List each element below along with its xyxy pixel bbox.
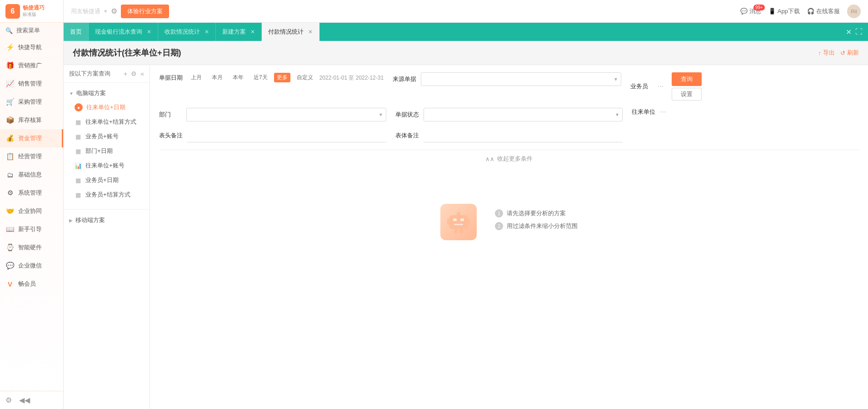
search-menu-item[interactable]: 🔍 搜索菜单 <box>0 23 63 38</box>
panel-item-dept-date[interactable]: ▦ 部门+日期 <box>64 144 150 158</box>
mobile-section-label: 移动端方案 <box>75 216 105 224</box>
brand-name: 用友畅捷通 <box>71 7 100 15</box>
settings-button[interactable]: 设置 <box>672 88 702 101</box>
body-note-input[interactable] <box>424 129 623 142</box>
sidebar-item-basic[interactable]: 🗂 基础信息 <box>0 166 63 184</box>
panel-item-salesman-account[interactable]: ▦ 业务员+账号 <box>64 129 150 144</box>
panel-add-icon[interactable]: + <box>124 70 127 77</box>
date-btn-this-year[interactable]: 本年 <box>229 72 247 83</box>
tab-close-all-icon[interactable]: ✕ <box>846 28 852 36</box>
export-icon: ↑ <box>818 50 822 56</box>
date-btn-last-month[interactable]: 上月 <box>187 72 205 83</box>
tab-expand-icon[interactable]: ⛶ <box>855 28 863 36</box>
sidebar-item-capital[interactable]: 💰 资金管理 <box>0 129 63 147</box>
panel-item-unit-date[interactable]: ● 往来单位+日期 <box>64 100 150 115</box>
date-btn-custom[interactable]: 自定义 <box>293 72 317 83</box>
hint-item-1: 1 请先选择要分析的方案 <box>495 209 578 217</box>
user-avatar[interactable]: Rit <box>847 5 861 18</box>
member-icon: V <box>5 279 15 288</box>
filter-row-3: 表头备注 表体备注 <box>159 129 859 142</box>
sidebar-item-quick-nav[interactable]: ⚡ 快捷导航 <box>0 38 63 56</box>
sidebar-item-member[interactable]: V 畅会员 <box>0 275 63 293</box>
query-button[interactable]: 查询 <box>672 72 702 86</box>
topbar-gear-icon[interactable]: ⚙ <box>111 7 117 15</box>
desktop-section-header[interactable]: ▼ 电脑端方案 <box>64 86 150 100</box>
tab-home[interactable]: 首页 <box>64 23 89 41</box>
unit-settle-label: 往来单位+结算方式 <box>85 118 136 126</box>
app-download-button[interactable]: 📱 App下载 <box>768 7 800 15</box>
receipts-tab-close-icon[interactable]: ✕ <box>205 29 209 35</box>
desktop-arrow-icon: ▼ <box>69 91 74 96</box>
panel-collapse-icon[interactable]: « <box>140 70 144 77</box>
dept-date-icon: ▦ <box>75 147 82 155</box>
search-icon: 🔍 <box>5 27 13 34</box>
marketing-icon: 🎁 <box>5 61 15 70</box>
collapse-filters-button[interactable]: ∧∧ 收起更多条件 <box>159 150 859 167</box>
date-btn-this-month[interactable]: 本月 <box>208 72 226 83</box>
svg-rect-6 <box>468 218 470 225</box>
source-voucher-arrow-icon: ▾ <box>614 76 617 82</box>
new-plan-tab-close-icon[interactable]: ✕ <box>250 29 255 35</box>
tabbar: 首页 现金银行流水查询 ✕ 收款情况统计 ✕ 新建方案 ✕ 付款情况统计 ✕ ✕… <box>64 23 868 41</box>
guide-icon: 📖 <box>5 225 15 234</box>
payments-tab-close-icon[interactable]: ✕ <box>308 29 313 35</box>
sidebar-item-enterprise[interactable]: 🤝 企业协同 <box>0 202 63 220</box>
dept-arrow-icon: ▾ <box>379 111 382 118</box>
sidebar-item-sales[interactable]: 📈 销售管理 <box>0 75 63 93</box>
tab-payments[interactable]: 付款情况统计 ✕ <box>262 23 319 41</box>
sidebar-item-purchase[interactable]: 🛒 采购管理 <box>0 93 63 111</box>
sidebar-bottom: ⚙ ◀◀ <box>0 391 63 409</box>
home-tab-label: 首页 <box>70 28 82 36</box>
hardware-label: 智能硬件 <box>18 243 42 252</box>
tab-new-plan[interactable]: 新建方案 ✕ <box>216 23 262 41</box>
date-btn-more[interactable]: 更多 <box>274 73 290 82</box>
basic-icon: 🗂 <box>5 170 15 179</box>
bank-tab-close-icon[interactable]: ✕ <box>147 29 151 35</box>
trial-button[interactable]: 体验行业方案 <box>121 5 169 18</box>
associated-unit-field: 往来单位 ··· <box>632 108 859 116</box>
header-note-label: 表头备注 <box>159 131 183 140</box>
panel-item-salesman-date[interactable]: ▦ 业务员+日期 <box>64 173 150 187</box>
mobile-section-header[interactable]: ▶ 移动端方案 <box>64 213 150 227</box>
inventory-icon: 📦 <box>5 116 15 125</box>
refresh-label: 刷新 <box>847 49 859 57</box>
sidebar-item-system[interactable]: ⚙ 系统管理 <box>0 184 63 202</box>
refresh-button[interactable]: ↺ 刷新 <box>840 49 859 57</box>
dept-field: 部门 ▾ <box>159 108 386 121</box>
panel-settings-icon[interactable]: ⚙ <box>131 70 137 77</box>
unit-account-icon: 📊 <box>75 162 82 169</box>
panel-item-salesman-settle[interactable]: ▦ 业务员+结算方式 <box>64 187 150 202</box>
panel-item-unit-account[interactable]: 📊 往来单位+账号 <box>64 158 150 173</box>
source-voucher-select[interactable]: ▾ <box>421 72 621 86</box>
hardware-icon: ⌚ <box>5 243 15 252</box>
tab-bank[interactable]: 现金银行流水查询 ✕ <box>89 23 158 41</box>
settings-bottom-icon[interactable]: ⚙ <box>5 396 12 404</box>
voucher-status-select[interactable]: ▾ <box>424 108 623 121</box>
sidebar-item-guide[interactable]: 📖 新手引导 <box>0 220 63 238</box>
guide-label: 新手引导 <box>18 225 42 233</box>
dept-label: 部门 <box>159 111 182 119</box>
source-voucher-field: 来源单据 ▾ <box>393 72 621 86</box>
basic-label: 基础信息 <box>18 171 42 179</box>
refresh-icon: ↺ <box>840 50 845 56</box>
filter-row-2: 部门 ▾ 单据状态 ▾ 往来单位 ··· <box>159 108 859 121</box>
salesman-account-icon: ▦ <box>75 133 82 140</box>
dept-select[interactable]: ▾ <box>186 108 386 121</box>
collapse-sidebar-icon[interactable]: ◀◀ <box>19 396 30 404</box>
panel-item-unit-settle[interactable]: ▦ 往来单位+结算方式 <box>64 115 150 129</box>
sidebar-item-operations[interactable]: 📋 经营管理 <box>0 147 63 166</box>
date-btn-7days[interactable]: 近7天 <box>250 72 271 83</box>
sidebar-item-marketing[interactable]: 🎁 营销推广 <box>0 56 63 75</box>
online-service-button[interactable]: 🎧 在线客服 <box>807 7 840 15</box>
empty-hint: 1 请先选择要分析的方案 2 用过滤条件来缩小分析范围 <box>495 209 578 235</box>
messages-button[interactable]: 💬 消息 99+ <box>740 7 761 15</box>
svg-rect-7 <box>454 229 458 233</box>
sidebar-item-hardware[interactable]: ⌚ 智能硬件 <box>0 238 63 257</box>
sidebar-item-wechat[interactable]: 💬 企业微信 <box>0 257 63 275</box>
sidebar-item-inventory[interactable]: 📦 库存核算 <box>0 111 63 129</box>
quick-nav-icon: ⚡ <box>5 43 15 52</box>
export-button[interactable]: ↑ 导出 <box>818 49 835 57</box>
tabbar-actions: ✕ ⛶ <box>846 28 868 36</box>
header-note-input[interactable] <box>187 129 386 142</box>
tab-receipts[interactable]: 收款情况统计 ✕ <box>158 23 216 41</box>
